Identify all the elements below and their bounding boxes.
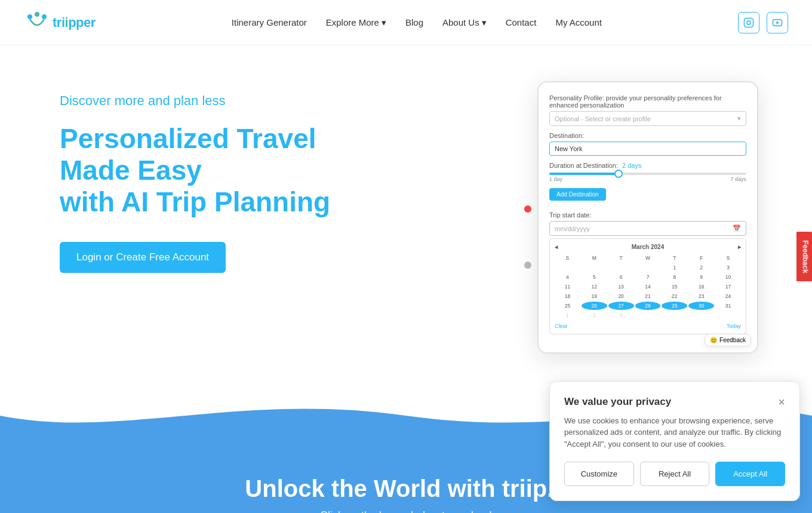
nav-blog[interactable]: Blog bbox=[405, 17, 423, 27]
personality-row: Personality Profile: provide your person… bbox=[549, 94, 746, 126]
trip-start-row: Trip start date: mm/dd/yyyy 📅 ◂ March 20… bbox=[549, 211, 746, 334]
destination-label: Destination: bbox=[549, 132, 746, 139]
mockup-dot-gray bbox=[524, 262, 531, 269]
duration-slider[interactable]: 1 day 7 days bbox=[549, 173, 746, 182]
hero-title: Personalized Travel Made Easy with AI Tr… bbox=[60, 123, 346, 218]
chevron-icon: ▾ bbox=[737, 115, 741, 122]
calendar-header: ◂ March 2024 ▸ bbox=[555, 244, 741, 250]
mockup-feedback-badge[interactable]: 😊 Feedback bbox=[705, 334, 751, 346]
add-destination-row: Add Destination bbox=[549, 188, 746, 205]
nav-itinerary-generator[interactable]: Itinerary Generator bbox=[232, 17, 307, 27]
hero-content: Discover more and plan less Personalized… bbox=[60, 81, 346, 273]
instagram-icon[interactable] bbox=[738, 12, 759, 33]
cookie-title: We value your privacy bbox=[564, 396, 671, 408]
mockup-card: Personality Profile: provide your person… bbox=[537, 81, 758, 354]
calendar-grid: S M T W T F S 1 2 3 bbox=[555, 254, 741, 320]
nav-social-icons bbox=[738, 12, 788, 33]
next-month-icon[interactable]: ▸ bbox=[738, 244, 741, 250]
date-picker-calendar[interactable]: ◂ March 2024 ▸ S M T W T F S bbox=[549, 238, 746, 334]
duration-label: Duration at Destination: 2 days bbox=[549, 162, 746, 169]
logo-text: triipper bbox=[53, 15, 96, 30]
feedback-emoji: 😊 bbox=[710, 337, 717, 343]
destination-row: Destination: New York bbox=[549, 132, 746, 156]
trip-start-label: Trip start date: bbox=[549, 211, 746, 219]
cta-button[interactable]: Login or Create Free Account bbox=[60, 242, 226, 273]
hero-mockup: Personality Profile: provide your person… bbox=[513, 81, 764, 332]
svg-marker-7 bbox=[776, 21, 779, 24]
cookie-actions: Customize Reject All Accept All bbox=[564, 462, 785, 486]
chevron-down-icon-2: ▾ bbox=[482, 17, 487, 28]
personality-select[interactable]: Optional - Select or create profile ▾ bbox=[549, 111, 746, 126]
hero-subtitle: Discover more and plan less bbox=[60, 93, 346, 109]
nav-about-us[interactable]: About Us ▾ bbox=[442, 17, 487, 28]
chevron-down-icon: ▾ bbox=[382, 17, 386, 28]
hero-section: Discover more and plan less Personalized… bbox=[0, 45, 812, 392]
nav-my-account[interactable]: My Account bbox=[555, 17, 602, 27]
logo-icon bbox=[24, 10, 50, 36]
youtube-icon[interactable] bbox=[767, 12, 788, 33]
cookie-banner: We value your privacy × We use cookies t… bbox=[549, 381, 800, 502]
nav-explore-more[interactable]: Explore More ▾ bbox=[326, 17, 386, 28]
personality-label: Personality Profile: provide your person… bbox=[549, 94, 746, 109]
add-destination-button[interactable]: Add Destination bbox=[549, 188, 606, 201]
nav-links: Itinerary Generator Explore More ▾ Blog … bbox=[232, 17, 602, 28]
feedback-label: Feedback bbox=[719, 337, 746, 343]
prev-month-icon[interactable]: ◂ bbox=[555, 244, 558, 250]
reject-all-button[interactable]: Reject All bbox=[640, 462, 710, 486]
calendar-icon: 📅 bbox=[733, 225, 741, 232]
navbar: triipper Itinerary Generator Explore Mor… bbox=[0, 0, 812, 45]
cookie-close-button[interactable]: × bbox=[778, 396, 785, 408]
feedback-side-button[interactable]: Feedback bbox=[796, 232, 812, 281]
accept-all-button[interactable]: Accept All bbox=[715, 462, 785, 486]
cookie-header: We value your privacy × bbox=[564, 396, 785, 408]
svg-point-2 bbox=[42, 14, 47, 19]
mockup-dot-red bbox=[524, 205, 531, 213]
duration-row: Duration at Destination: 2 days 1 day 7 … bbox=[549, 162, 746, 182]
calendar-footer: Clear Today bbox=[555, 323, 741, 329]
svg-point-4 bbox=[747, 21, 751, 24]
svg-point-0 bbox=[27, 14, 32, 19]
svg-point-5 bbox=[751, 20, 752, 21]
blue-section-subtitle: Click on the boxes below to explore! bbox=[24, 509, 788, 513]
destination-input[interactable]: New York bbox=[549, 142, 746, 156]
svg-point-1 bbox=[35, 12, 39, 17]
cookie-text: We use cookies to enhance your browsing … bbox=[564, 415, 785, 450]
svg-rect-3 bbox=[744, 18, 753, 27]
customize-button[interactable]: Customize bbox=[564, 462, 634, 486]
logo[interactable]: triipper bbox=[24, 10, 96, 36]
nav-contact[interactable]: Contact bbox=[506, 17, 537, 27]
date-input[interactable]: mm/dd/yyyy 📅 bbox=[549, 221, 746, 236]
